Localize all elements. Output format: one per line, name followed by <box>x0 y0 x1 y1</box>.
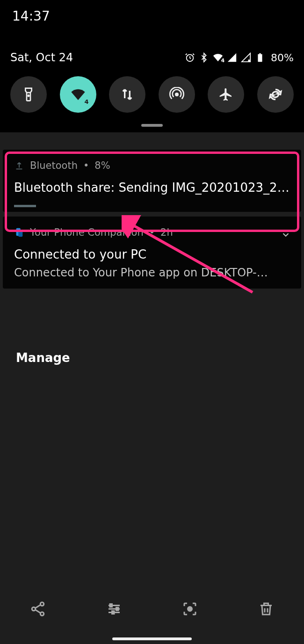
alarm-icon <box>185 52 195 63</box>
signal2-icon <box>241 52 251 63</box>
flashlight-icon <box>21 87 36 102</box>
notification-body: Connected to Your Phone app on DESKTOP-… <box>14 266 290 279</box>
qs-flashlight[interactable] <box>10 76 47 113</box>
notification-meta: 8% <box>94 160 110 171</box>
notification-app-name: Bluetooth <box>30 160 78 171</box>
wifi-status-icon: 4 <box>213 52 223 63</box>
bt-upload-icon <box>14 160 24 171</box>
notification-shade: 14:37 Sat, Oct 24 4 80% 4 <box>0 0 304 132</box>
hotspot-icon <box>169 87 184 102</box>
signal-icon <box>227 52 237 63</box>
battery-icon <box>255 52 265 63</box>
qs-hotspot[interactable] <box>159 76 195 113</box>
svg-rect-7 <box>18 230 22 237</box>
lens-button[interactable] <box>164 595 216 623</box>
background-photo <box>0 337 304 412</box>
lens-icon <box>181 601 198 617</box>
qs-wifi[interactable]: 4 <box>60 76 96 113</box>
share-button[interactable] <box>12 595 64 623</box>
rotate-icon <box>268 87 283 102</box>
progress-bar <box>14 205 290 207</box>
nav-pill[interactable] <box>112 637 192 640</box>
svg-rect-2 <box>259 53 261 54</box>
shade-handle[interactable] <box>141 124 163 127</box>
svg-point-15 <box>188 607 192 611</box>
notification-meta: 2h <box>160 227 173 238</box>
phone-companion-icon <box>14 227 24 238</box>
svg-rect-14 <box>112 611 114 614</box>
wifi-badge: 4 <box>85 98 89 105</box>
notification-your-phone[interactable]: Your Phone Companion • 2h Connected to y… <box>3 217 301 289</box>
progress-fill <box>14 205 36 207</box>
qs-airplane[interactable] <box>208 76 244 113</box>
notification-header: Your Phone Companion • 2h <box>14 227 290 238</box>
trash-icon <box>258 601 275 617</box>
notification-list: Bluetooth • 8% Bluetooth share: Sending … <box>3 150 301 293</box>
notification-bluetooth[interactable]: Bluetooth • 8% Bluetooth share: Sending … <box>3 150 301 212</box>
qs-mobile-data[interactable] <box>109 76 145 113</box>
delete-button[interactable] <box>240 595 292 623</box>
svg-rect-1 <box>258 54 262 62</box>
notification-app-name: Your Phone Companion <box>30 227 144 238</box>
status-date: Sat, Oct 24 <box>10 51 73 64</box>
wifi-icon <box>71 87 86 102</box>
notification-title: Bluetooth share: Sending IMG_20201023_2… <box>14 181 290 195</box>
svg-rect-13 <box>116 608 118 610</box>
bluetooth-icon <box>199 52 209 63</box>
manage-button[interactable]: Manage <box>16 351 70 365</box>
svg-point-4 <box>28 95 29 96</box>
status-clock: 14:37 <box>0 0 304 24</box>
svg-rect-12 <box>110 604 112 607</box>
manage-row: Manage <box>16 351 70 365</box>
edit-button[interactable] <box>88 595 140 623</box>
svg-point-5 <box>175 93 178 95</box>
battery-percent: 80% <box>271 52 294 64</box>
share-icon <box>29 601 46 617</box>
airplane-icon <box>218 87 233 102</box>
qs-rotate[interactable] <box>257 76 294 113</box>
sliders-icon <box>106 601 123 617</box>
chevron-down-icon <box>281 230 291 240</box>
status-bar: Sat, Oct 24 4 80% <box>0 24 304 72</box>
collapse-toggle[interactable] <box>281 230 291 242</box>
data-arrows-icon <box>120 87 135 102</box>
status-icons: 4 80% <box>185 52 294 64</box>
notification-header: Bluetooth • 8% <box>14 160 290 171</box>
notification-title: Connected to your PC <box>14 247 290 261</box>
bottom-action-bar <box>0 588 304 630</box>
quick-settings-row: 4 <box>0 72 304 120</box>
